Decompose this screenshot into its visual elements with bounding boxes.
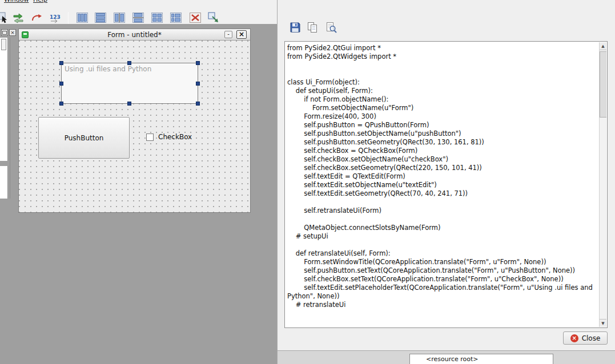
form-titlebar[interactable]: Form - untitled* [19, 29, 250, 41]
code-text[interactable]: from PySide2.QtGui import * from PySide2… [286, 42, 598, 327]
form-file-icon [22, 31, 29, 38]
signal-slot-tool-icon[interactable] [11, 11, 25, 25]
selection-handle[interactable] [59, 61, 63, 65]
selection-handle[interactable] [196, 102, 200, 106]
form-canvas[interactable]: Using .ui files and Python PushButton Ch… [19, 41, 250, 212]
layout-form-icon[interactable] [169, 11, 183, 25]
window-close-icon[interactable] [236, 30, 247, 39]
selection-handle[interactable] [127, 102, 131, 106]
dock-float-icon[interactable] [1, 29, 8, 36]
selection-handle[interactable] [127, 61, 131, 65]
adjust-size-icon[interactable] [207, 11, 220, 25]
checkbox-label: CheckBox [158, 133, 192, 141]
qt-designer-window: Window Help 123 [0, 0, 615, 364]
selection-handle[interactable] [59, 102, 63, 106]
dock-separator[interactable] [10, 38, 10, 199]
scroll-up-icon[interactable] [600, 42, 606, 50]
menu-help[interactable]: Help [33, 0, 47, 3]
code-scrollbar[interactable] [599, 42, 606, 327]
scroll-down-icon[interactable] [600, 319, 606, 327]
find-icon[interactable] [325, 21, 337, 34]
layout-grid-icon[interactable] [150, 11, 164, 25]
resource-root-item[interactable]: <resource root> [410, 354, 553, 363]
menu-window[interactable]: Window [4, 0, 29, 3]
svg-text:123: 123 [50, 14, 61, 20]
minimize-icon[interactable] [224, 31, 232, 38]
close-red-icon [570, 334, 578, 342]
textedit-widget[interactable]: Using .ui files and Python [61, 63, 198, 104]
scrollbar-thumb[interactable] [600, 51, 606, 118]
selection-handle[interactable] [196, 61, 200, 65]
widget-edit-tool-icon[interactable] [0, 11, 10, 25]
layout-horizontal-icon[interactable] [75, 11, 89, 25]
splitter-vertical-icon[interactable] [131, 11, 145, 25]
copy-icon[interactable] [306, 21, 319, 34]
pushbutton-label: PushButton [65, 134, 104, 142]
side-panel-sliver[interactable] [0, 166, 8, 199]
close-button[interactable]: Close [563, 331, 608, 345]
checkbox-widget[interactable]: CheckBox [146, 132, 192, 142]
view-code-dialog: from PySide2.QtGui import * from PySide2… [277, 0, 615, 351]
tab-order-tool-icon[interactable]: 123 [48, 11, 62, 25]
widget-box-collapsed[interactable] [0, 38, 8, 161]
save-icon[interactable] [289, 21, 302, 34]
pushbutton-widget[interactable]: PushButton [38, 117, 130, 159]
form-editor-window: Form - untitled* Using .ui files and Pyt… [18, 29, 251, 213]
selection-handle[interactable] [59, 82, 63, 86]
buddy-tool-icon[interactable] [30, 11, 43, 25]
checkbox-indicator[interactable] [146, 134, 154, 141]
toolbar-separator [68, 12, 69, 24]
close-button-label: Close [582, 334, 601, 342]
layout-vertical-icon[interactable] [94, 11, 107, 25]
mdi-workspace: Form - untitled* Using .ui files and Pyt… [0, 24, 277, 364]
break-layout-icon[interactable] [188, 11, 202, 25]
form-title: Form - untitled* [19, 29, 250, 41]
resource-browser: <resource root> [409, 354, 553, 364]
code-view[interactable]: from PySide2.QtGui import * from PySide2… [284, 41, 608, 328]
widget-box-item[interactable] [1, 39, 6, 50]
splitter-horizontal-icon[interactable] [112, 11, 126, 25]
textedit-placeholder: Using .ui files and Python [62, 63, 198, 75]
selection-handle[interactable] [196, 82, 200, 86]
dock-close-icon[interactable] [9, 29, 16, 36]
